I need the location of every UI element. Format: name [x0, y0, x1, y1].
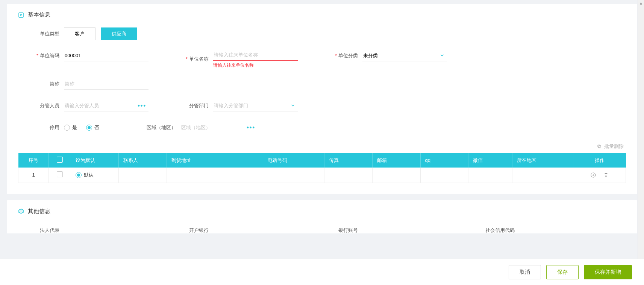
other-info-title: 其他信息 — [28, 208, 50, 215]
cell-wx[interactable] — [468, 168, 512, 183]
th-checkbox[interactable] — [49, 153, 71, 168]
th-contact: 联系人 — [119, 153, 167, 168]
disabled-label: 停用 — [29, 124, 59, 131]
credit-code-label: 社会信用代码 — [477, 227, 515, 234]
unit-type-customer[interactable]: 客户 — [64, 27, 95, 40]
cell-addr[interactable] — [167, 168, 263, 183]
ellipsis-icon[interactable]: ••• — [247, 125, 255, 131]
delete-row-icon[interactable] — [603, 172, 609, 178]
chevron-down-icon[interactable] — [290, 103, 295, 109]
th-mail: 邮箱 — [372, 153, 420, 168]
short-name-input[interactable] — [64, 78, 148, 90]
row-checkbox[interactable] — [57, 171, 63, 177]
cell-fax[interactable] — [324, 168, 372, 183]
add-row-icon[interactable] — [590, 172, 596, 178]
cell-qq[interactable] — [420, 168, 468, 183]
save-and-new-button[interactable]: 保存并新增 — [584, 265, 632, 279]
svg-rect-0 — [19, 13, 23, 17]
unit-category-select[interactable] — [362, 50, 447, 61]
svg-rect-2 — [598, 145, 600, 147]
cell-region[interactable] — [512, 168, 573, 183]
chevron-down-icon[interactable] — [439, 53, 445, 59]
dept-input[interactable] — [213, 100, 298, 111]
cell-mail[interactable] — [372, 168, 420, 183]
account-input[interactable] — [362, 225, 447, 234]
vertical-scrollbar[interactable]: ▲ — [638, 0, 644, 259]
disabled-yes-radio[interactable]: 是 — [64, 124, 77, 131]
basic-info-panel: 基本信息 单位类型 客户 供应商 *单位编码 *单位名称 请输入 — [7, 4, 637, 194]
row-default-radio[interactable]: 默认 — [76, 172, 94, 178]
account-label: 银行账号 — [328, 227, 358, 234]
batch-delete-button[interactable]: 批量删除 — [604, 143, 624, 150]
other-info-icon — [18, 208, 24, 214]
legal-rep-input[interactable] — [64, 225, 148, 234]
save-button[interactable]: 保存 — [546, 265, 579, 279]
short-name-label: 简称 — [29, 81, 59, 87]
th-phone: 电话号码 — [263, 153, 324, 168]
disabled-no-radio[interactable]: 否 — [86, 124, 99, 131]
th-wx: 微信 — [468, 153, 512, 168]
credit-code-input[interactable] — [519, 225, 604, 234]
th-addr: 到货地址 — [167, 153, 263, 168]
bank-label: 开户银行 — [179, 227, 209, 234]
th-seq: 序号 — [18, 153, 49, 168]
contact-table: 序号 设为默认 联系人 到货地址 电话号码 传真 邮箱 qq 微信 所在地区 操… — [18, 153, 626, 183]
th-fax: 传真 — [324, 153, 372, 168]
cancel-button[interactable]: 取消 — [509, 265, 541, 279]
disabled-no-label: 否 — [94, 124, 99, 131]
unit-type-label: 单位类型 — [29, 30, 59, 37]
cell-seq: 1 — [18, 168, 49, 183]
table-header-row: 序号 设为默认 联系人 到货地址 电话号码 传真 邮箱 qq 微信 所在地区 操… — [18, 153, 626, 168]
region-input[interactable] — [180, 122, 258, 133]
svg-rect-1 — [599, 146, 601, 148]
th-region: 所在地区 — [512, 153, 573, 168]
legal-rep-label: 法人代表 — [29, 227, 59, 234]
unit-name-label: 单位名称 — [189, 56, 209, 62]
unit-code-input[interactable] — [64, 50, 148, 61]
copy-icon — [597, 144, 602, 149]
select-all-checkbox[interactable] — [57, 157, 63, 163]
manager-input[interactable] — [64, 100, 148, 111]
unit-name-error: 请输入往来单位名称 — [213, 62, 298, 69]
th-default: 设为默认 — [71, 153, 119, 168]
row-default-label: 默认 — [84, 172, 94, 178]
scroll-up-arrow[interactable]: ▲ — [638, 0, 644, 6]
footer-bar: 取消 保存 保存并新增 — [0, 259, 644, 285]
unit-type-supplier[interactable]: 供应商 — [101, 27, 137, 40]
unit-name-input[interactable] — [213, 49, 298, 61]
basic-info-title: 基本信息 — [28, 11, 50, 18]
unit-category-label: 单位分类 — [338, 53, 358, 58]
region-label: 区域（地区） — [138, 124, 176, 131]
other-info-panel: 其他信息 法人代表 开户银行 银行账号 社会信用代码 — [7, 200, 637, 234]
disabled-yes-label: 是 — [72, 124, 77, 131]
ellipsis-icon[interactable]: ••• — [138, 103, 146, 109]
th-qq: qq — [420, 153, 468, 168]
table-row: 1 默认 — [18, 168, 626, 183]
dept-label: 分管部门 — [179, 102, 209, 109]
cell-phone[interactable] — [263, 168, 324, 183]
unit-code-label: 单位编码 — [40, 53, 59, 58]
basic-info-icon — [18, 12, 24, 18]
bank-input[interactable] — [213, 225, 298, 234]
manager-label: 分管人员 — [29, 102, 59, 109]
th-op: 操作 — [573, 153, 626, 168]
cell-contact[interactable] — [119, 168, 167, 183]
